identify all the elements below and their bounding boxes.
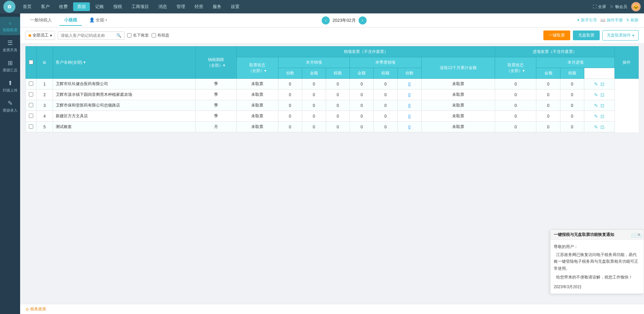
- popup-scroll-area[interactable]: 尊敬的用户： 江苏政务网已恢复访问电子税务局功能，易代账一键登陆电子税务局与无盘…: [550, 240, 644, 294]
- nav-invoice[interactable]: 票据: [73, 2, 90, 11]
- row-sale-status: 未取票: [237, 89, 278, 100]
- employee-filter[interactable]: 全部员工 ▾: [25, 31, 55, 40]
- row-sale-12m: 0: [397, 122, 421, 132]
- edit-icon[interactable]: ✎: [594, 124, 598, 130]
- nav-message[interactable]: 消息: [154, 2, 171, 11]
- one-click-ticket-btn[interactable]: 一键取票: [543, 30, 570, 40]
- row-checkbox[interactable]: [26, 100, 37, 111]
- row-checkbox[interactable]: [26, 122, 37, 132]
- vip-btn[interactable]: ▷ 畅会员: [610, 4, 627, 10]
- checkbox-my-accounts[interactable]: 名下账套: [127, 33, 149, 38]
- th-in-month-count: 份数: [397, 68, 421, 79]
- row-checkbox[interactable]: [26, 89, 37, 100]
- row-sale-month-amount: 0: [302, 100, 326, 111]
- search-icon[interactable]: 🔍: [116, 33, 121, 38]
- detail-icon[interactable]: ⊡: [600, 124, 604, 130]
- checkbox-tax-disk[interactable]: 有税盘: [152, 33, 169, 38]
- smart-ticket-icon: ⬦: [8, 19, 12, 26]
- th-client-name[interactable]: 客户名称(全部) ▾: [53, 47, 195, 79]
- tab-all[interactable]: 👤全能 ▾: [85, 15, 112, 26]
- edit-icon[interactable]: ✎: [594, 81, 598, 87]
- row-sale-month-tax: 0: [326, 79, 350, 89]
- row-client-name[interactable]: 卫辉市汲水镇下园闾音阁营木种植家庭农场: [53, 89, 195, 100]
- fullscreen-btn[interactable]: ⛶ 全屏: [593, 4, 606, 10]
- detail-icon[interactable]: ⊡: [600, 114, 604, 119]
- row-client-name[interactable]: 测试账套: [53, 122, 195, 132]
- row-client-name[interactable]: 卫辉市保和堂医药有限公司忠顿路店: [53, 100, 195, 111]
- nav-settings[interactable]: 设置: [227, 2, 244, 11]
- th-checkbox: [26, 47, 37, 79]
- row-sale-quarter-amount: 0: [350, 122, 374, 132]
- row-no: 5: [37, 122, 53, 132]
- nav-fee[interactable]: 收费: [55, 2, 72, 11]
- tab-small-scale[interactable]: 小规模: [59, 15, 82, 26]
- popup-date: 2023年3月20日: [554, 284, 640, 290]
- row-in-month-amount: 0: [536, 111, 560, 122]
- nav-customer[interactable]: 客户: [37, 2, 54, 11]
- detail-icon[interactable]: ⊡: [600, 81, 604, 87]
- search-input[interactable]: [61, 33, 114, 38]
- tab-all-chevron[interactable]: ▾: [105, 18, 107, 22]
- avatar[interactable]: 🐱: [631, 2, 641, 11]
- sidebar: ⬦ 智能取票 ☰ 发票开具 ⊞ 票据汇总 ⬆ 扫描上传 ✎ 票据录入: [0, 13, 20, 314]
- no-disk-ticket-btn[interactable]: 无盘取票: [573, 30, 600, 40]
- detail-icon[interactable]: ⊡: [600, 103, 604, 108]
- nav-service[interactable]: 服务: [209, 2, 225, 11]
- period-next-btn[interactable]: ›: [359, 16, 367, 24]
- row-in-month-tax: 0: [560, 79, 584, 89]
- edit-icon[interactable]: ✎: [594, 103, 598, 108]
- app-logo: ✿: [3, 1, 15, 13]
- sidebar-item-invoice-entry[interactable]: ✎ 票据录入: [0, 97, 20, 116]
- row-client-name[interactable]: 卫辉市玖玖健合医药有限公司: [53, 79, 195, 89]
- row-in-month-tax: 0: [560, 111, 584, 122]
- row-in-status: 未取票: [421, 122, 495, 132]
- th-sale-status[interactable]: 取票状态（全部）▾: [237, 57, 278, 79]
- popup-close-btn[interactable]: ×: [638, 232, 640, 237]
- row-in-month-tax: 0: [560, 100, 584, 111]
- tab-general-taxpayer[interactable]: 一般纳税人: [25, 15, 57, 26]
- row-checkbox[interactable]: [26, 111, 37, 122]
- nav-operation[interactable]: 经营: [191, 2, 207, 11]
- nav-tax[interactable]: 报税: [109, 2, 126, 11]
- row-checkbox[interactable]: [26, 79, 37, 89]
- popup-header: 一键报税与无盘取票功能恢复通知 ×: [550, 230, 644, 240]
- nav-bookkeeping[interactable]: 记账: [91, 2, 108, 11]
- toolbar: 全部员工 ▾ 🔍 名下账套 有税盘 一键取票 无盘取票 无盘取票操作 ▾: [20, 27, 644, 44]
- row-sale-month-tax: 0: [326, 100, 350, 111]
- nav-manage[interactable]: 管理: [172, 2, 189, 11]
- sidebar-label-smart-ticket: 智能取票: [3, 27, 17, 33]
- th-in-status[interactable]: 取票状态（全部）▾: [495, 57, 536, 79]
- row-sale-12m: 0: [397, 111, 421, 122]
- row-client-name[interactable]: 新建区方方文具店: [53, 111, 195, 122]
- popup-apology: 给您带来的不便敬请谅解，祝您工作愉快！: [554, 274, 640, 280]
- sidebar-label-invoice-open: 发票开具: [3, 48, 17, 53]
- sidebar-item-invoice-open[interactable]: ☰ 发票开具: [0, 37, 20, 55]
- th-tax-period[interactable]: 纳税期限（全部）▾: [196, 47, 237, 79]
- nav-business[interactable]: 工商项目: [127, 2, 153, 11]
- my-accounts-checkbox[interactable]: [127, 33, 131, 38]
- period-prev-btn[interactable]: ‹: [322, 16, 330, 24]
- tab-all-icon: 👤: [89, 17, 95, 22]
- refresh-link[interactable]: ↻ 刷新: [626, 17, 639, 23]
- row-no: 3: [37, 100, 53, 111]
- manual-link[interactable]: 📖 操作手册: [600, 17, 623, 23]
- select-all-checkbox[interactable]: [29, 60, 33, 64]
- employee-filter-chevron: ▾: [50, 33, 52, 38]
- row-in-status: 未取票: [421, 111, 495, 122]
- row-actions: ✎ ⊡: [584, 100, 614, 111]
- tax-disk-checkbox[interactable]: [152, 33, 156, 38]
- edit-icon[interactable]: ✎: [594, 114, 598, 119]
- tax-policy-link[interactable]: ⊙ 税务政策: [25, 306, 46, 312]
- detail-icon[interactable]: ⊡: [600, 92, 604, 98]
- popup-body: 尊敬的用户： 江苏政务网已恢复访问电子税务局功能，易代账一键登陆电子税务局与无盘…: [550, 240, 644, 294]
- new-guide-link[interactable]: ✦ 新手引导: [577, 17, 597, 23]
- row-in-month-tax: 0: [560, 122, 584, 132]
- nav-home[interactable]: 首页: [19, 2, 36, 11]
- sidebar-item-smart-ticket[interactable]: ⬦ 智能取票: [0, 17, 20, 35]
- sidebar-item-scan-upload[interactable]: ⬆ 扫描上传: [0, 77, 20, 96]
- no-disk-ops-btn[interactable]: 无盘取票操作 ▾: [602, 30, 639, 41]
- sidebar-item-invoice-summary[interactable]: ⊞ 票据汇总: [0, 57, 20, 75]
- edit-icon[interactable]: ✎: [594, 92, 598, 98]
- row-sale-month-count: 0: [278, 79, 302, 89]
- sidebar-label-scan-upload: 扫描上传: [3, 88, 17, 93]
